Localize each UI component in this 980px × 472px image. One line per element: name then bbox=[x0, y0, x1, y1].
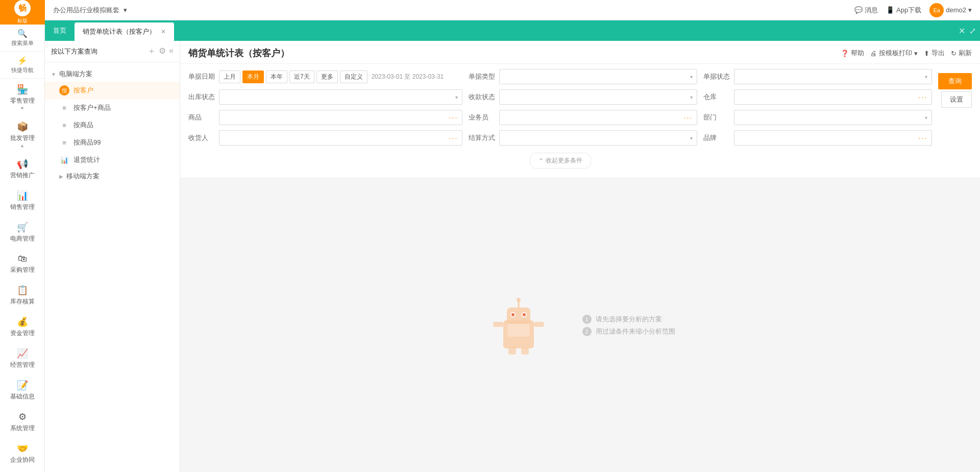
settings-scheme-btn[interactable]: ⚙ bbox=[159, 46, 166, 57]
topbar-left: 办公用品行业模拟账套 ▾ bbox=[53, 6, 127, 15]
department-label: 部门 bbox=[703, 113, 734, 122]
department-arrow-icon: ▾ bbox=[925, 115, 927, 121]
brand-label: 品牌 bbox=[703, 133, 734, 143]
this-year-btn[interactable]: 本年 bbox=[266, 70, 287, 83]
sales-icon: 📊 bbox=[17, 190, 28, 201]
brand-select[interactable]: ··· bbox=[734, 130, 932, 146]
step-1-num: 1 bbox=[582, 315, 592, 324]
last-month-btn[interactable]: 上月 bbox=[219, 70, 240, 83]
mobile-scheme-label: 移动端方案 bbox=[66, 172, 100, 181]
sidebar-item-newbie[interactable]: 🎯 新手引导 bbox=[0, 469, 44, 472]
tree-child-by-product[interactable]: ≡ 按商品 bbox=[45, 116, 180, 134]
sidebar-item-basic-info[interactable]: 📝 基础信息 bbox=[0, 374, 44, 406]
order-status-select[interactable]: ▾ bbox=[734, 69, 932, 84]
svg-rect-12 bbox=[521, 347, 529, 355]
query-side-panel: 查询 设置 bbox=[932, 69, 972, 173]
custom-btn[interactable]: 自定义 bbox=[340, 70, 368, 83]
system-icon: ⚙ bbox=[18, 411, 27, 422]
inventory-label: 库存核算 bbox=[10, 297, 35, 306]
finance-label: 资金管理 bbox=[10, 329, 35, 338]
receiver-select[interactable]: ··· bbox=[219, 130, 462, 146]
sidebar-item-system[interactable]: ⚙ 系统管理 bbox=[0, 406, 44, 438]
this-month-btn[interactable]: 本月 bbox=[242, 70, 264, 83]
tree-child-by-product-99[interactable]: ≡ 按商品99 bbox=[45, 134, 180, 151]
warehouse-label: 仓库 bbox=[703, 92, 734, 102]
sidebar-item-ecommerce[interactable]: 🛒 电商管理 bbox=[0, 217, 44, 248]
sidebar-item-inventory[interactable]: 📋 库存核算 bbox=[0, 279, 44, 311]
sidebar-item-operations[interactable]: 📈 经营管理 bbox=[0, 343, 44, 374]
refresh-btn[interactable]: ↻ 刷新 bbox=[951, 49, 972, 58]
more-btn[interactable]: 更多 bbox=[316, 70, 338, 83]
print-btn[interactable]: 🖨 按模板打印 ▾ bbox=[870, 49, 918, 58]
export-btn[interactable]: ⬆ 导出 bbox=[924, 49, 945, 58]
filter-row-1: 单据日期 上月 本月 本年 近7天 更多 自定义 2023-03-01 至 20… bbox=[188, 69, 932, 84]
app-download-btn[interactable]: 📱 App下载 bbox=[886, 6, 921, 15]
settlement-select[interactable]: ▾ bbox=[499, 130, 697, 146]
sidebar-item-quick-nav[interactable]: ⚡ 快捷导航 bbox=[0, 52, 44, 79]
svg-point-5 bbox=[523, 313, 526, 316]
panel-header: 按以下方案查询 ＋ ⚙ « bbox=[45, 41, 180, 62]
warehouse-select[interactable]: ··· bbox=[734, 89, 932, 105]
sales-label: 销售管理 bbox=[10, 203, 35, 211]
tree-parent-pc[interactable]: ▼ 电脑端方案 bbox=[45, 66, 180, 82]
tree-parent-mobile[interactable]: ▶ 移动端方案 bbox=[45, 169, 180, 184]
sidebar-item-finance[interactable]: 💰 资金管理 bbox=[0, 311, 44, 343]
sidebar-item-retail[interactable]: 🏪 零售管理 ▾ bbox=[0, 79, 44, 116]
sidebar-item-marketing[interactable]: 📢 营销推广 bbox=[0, 153, 44, 185]
salesperson-group: 业务员 ··· bbox=[469, 110, 697, 125]
help-btn[interactable]: ❓ 帮助 bbox=[841, 49, 864, 58]
operations-icon: 📈 bbox=[17, 348, 28, 359]
sidebar-logo[interactable]: 畅 标版 bbox=[0, 0, 45, 25]
user-profile-btn[interactable]: Ea demo2 ▾ bbox=[929, 3, 972, 17]
refresh-label: 刷新 bbox=[959, 49, 972, 58]
svg-rect-1 bbox=[507, 308, 530, 324]
tab-fullscreen-icon[interactable]: ⤢ bbox=[969, 26, 976, 36]
tab-home[interactable]: 首页 bbox=[45, 20, 75, 41]
panel-header-actions: ＋ ⚙ « bbox=[148, 46, 174, 57]
out-status-select[interactable]: ▾ bbox=[219, 89, 462, 105]
return-stat-label: 退货统计 bbox=[74, 155, 100, 164]
step-1-text: 请先选择要分析的方案 bbox=[596, 315, 662, 324]
salesperson-select[interactable]: ··· bbox=[499, 110, 697, 125]
export-label: 导出 bbox=[932, 49, 945, 58]
sidebar-item-purchase[interactable]: 🛍 采购管理 bbox=[0, 248, 44, 279]
order-status-group: 单据状态 ▾ bbox=[703, 69, 932, 84]
ecommerce-icon: 🛒 bbox=[17, 222, 28, 233]
product-select[interactable]: ··· bbox=[219, 110, 462, 125]
step-2-text: 用过滤条件来缩小分析范围 bbox=[596, 327, 675, 336]
tab-minimize-icon[interactable]: ✕ bbox=[959, 26, 965, 36]
logo-text: 标版 bbox=[17, 17, 28, 25]
brand-dots-icon: ··· bbox=[918, 134, 927, 142]
filter-row-3: 商品 ··· 业务员 ··· bbox=[188, 110, 932, 125]
settlement-group: 结算方式 ▾ bbox=[469, 130, 697, 146]
collapse-panel-btn[interactable]: « bbox=[169, 46, 174, 57]
tree-child-by-customer-product[interactable]: ≡ 按客户+商品 bbox=[45, 99, 180, 116]
basic-info-icon: 📝 bbox=[17, 380, 28, 391]
last-7-days-btn[interactable]: 近7天 bbox=[289, 70, 314, 83]
sidebar-item-wholesale[interactable]: 📦 批发管理 ▴ bbox=[0, 116, 44, 153]
sidebar-item-sales[interactable]: 📊 销售管理 bbox=[0, 185, 44, 217]
system-label: 系统管理 bbox=[10, 424, 35, 433]
order-type-select[interactable]: ▾ bbox=[499, 69, 697, 84]
order-status-label: 单据状态 bbox=[703, 72, 734, 81]
message-label: 消息 bbox=[865, 6, 878, 15]
collapse-more-btn[interactable]: ⌃ 收起更多条件 bbox=[530, 153, 591, 169]
tree-child-by-customer[interactable]: 按 按客户 bbox=[45, 82, 180, 99]
by-customer-product-label: 按客户+商品 bbox=[74, 103, 111, 112]
department-select[interactable]: ▾ bbox=[734, 110, 932, 125]
empty-illustration bbox=[485, 292, 552, 359]
sidebar-item-search[interactable]: 🔍 搜索菜单 bbox=[0, 25, 44, 52]
svg-rect-8 bbox=[508, 324, 529, 337]
tab-sales-stat[interactable]: 销货单统计表（按客户） ✕ bbox=[75, 22, 174, 41]
settings-btn[interactable]: 设置 bbox=[941, 91, 972, 108]
add-scheme-btn[interactable]: ＋ bbox=[148, 46, 156, 57]
tree-child-return-stat[interactable]: 📊 退货统计 bbox=[45, 151, 180, 169]
sidebar-item-enterprise[interactable]: 🤝 企业协同 bbox=[0, 438, 44, 469]
tab-close-btn[interactable]: ✕ bbox=[161, 28, 166, 35]
filter-row-2: 出库状态 ▾ 收款状态 ▾ bbox=[188, 89, 932, 105]
industry-dropdown-icon[interactable]: ▾ bbox=[124, 6, 127, 14]
message-btn[interactable]: 💬 消息 bbox=[854, 6, 878, 15]
receipt-status-select[interactable]: ▾ bbox=[499, 89, 697, 105]
robot-svg bbox=[485, 292, 552, 359]
query-btn[interactable]: 查询 bbox=[938, 73, 972, 89]
